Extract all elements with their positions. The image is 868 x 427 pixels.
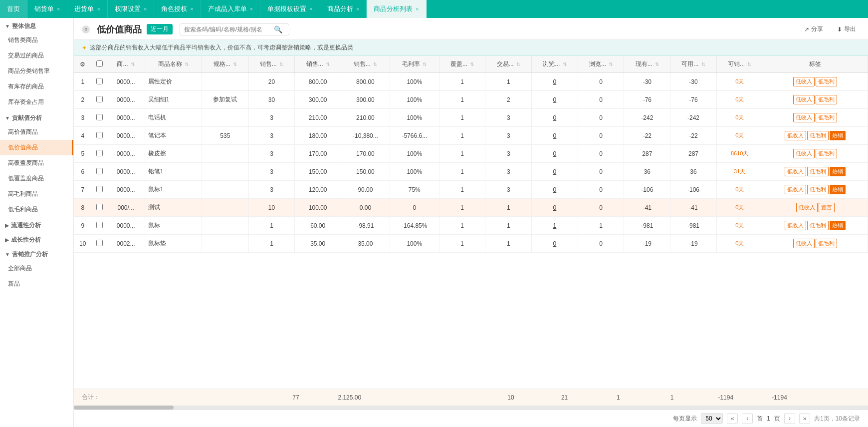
- nav-role-auth[interactable]: 角色授权 ×: [154, 0, 201, 18]
- cell-check[interactable]: [92, 73, 107, 91]
- cell-current: -41: [624, 199, 670, 217]
- sort-icon[interactable]: ⇅: [516, 61, 520, 67]
- cell-check[interactable]: [92, 199, 107, 217]
- cell-saleable: 0天: [716, 199, 763, 217]
- row-checkbox[interactable]: [96, 240, 103, 246]
- sort-icon[interactable]: ⇅: [185, 61, 189, 67]
- select-all-checkbox[interactable]: [96, 60, 103, 67]
- sidebar-item-high-margin[interactable]: 高毛利商品: [0, 186, 73, 202]
- th-settings[interactable]: ⚙: [74, 56, 92, 73]
- sidebar-group-growth[interactable]: ▶ 成长性分析: [0, 232, 73, 246]
- sort-icon[interactable]: ⇅: [609, 61, 613, 67]
- cell-check[interactable]: [92, 127, 107, 145]
- cell-sale-amt: 170.00: [341, 145, 390, 163]
- nav-goods-analysis[interactable]: 商品分析 ×: [320, 0, 367, 18]
- sort-icon[interactable]: ⇅: [279, 61, 283, 67]
- cell-trade: 3: [485, 109, 532, 127]
- period-badge[interactable]: 近一月: [147, 24, 173, 34]
- first-page-button[interactable]: «: [727, 413, 738, 424]
- sort-icon[interactable]: ⇅: [423, 61, 427, 67]
- sidebar-item-stock-capital[interactable]: 库存资金占用: [0, 94, 73, 110]
- th-spec: 规格... ⇅: [202, 56, 248, 73]
- row-checkbox[interactable]: [96, 150, 103, 156]
- sidebar-item-high-coverage[interactable]: 高覆盖度商品: [0, 155, 73, 171]
- last-page-button[interactable]: »: [799, 413, 810, 424]
- close-icon[interactable]: ×: [190, 6, 193, 12]
- cell-current: -76: [624, 91, 670, 109]
- sort-icon[interactable]: ⇅: [470, 61, 474, 67]
- sidebar-group-contribution[interactable]: ▼ 贡献值分析: [0, 110, 73, 124]
- sidebar: ▼ 整体信息 销售类商品 交易过的商品 商品分类销售率 有库存的商品 库存资金占…: [0, 18, 74, 427]
- cell-check[interactable]: [92, 181, 107, 199]
- row-checkbox[interactable]: [96, 222, 103, 228]
- cell-check[interactable]: [92, 217, 107, 235]
- sidebar-item-low-coverage[interactable]: 低覆盖度商品: [0, 171, 73, 186]
- cell-profit-rate: 100%: [390, 109, 439, 127]
- cell-check[interactable]: [92, 145, 107, 163]
- sidebar-item-all-goods[interactable]: 全部商品: [0, 261, 73, 276]
- nav-purchase-order[interactable]: 进货单 ×: [67, 0, 107, 18]
- sidebar-item-low-value[interactable]: 低价值商品: [0, 140, 73, 155]
- horizontal-scrollbar[interactable]: [74, 406, 868, 410]
- sort-icon[interactable]: ⇅: [131, 61, 135, 67]
- search-input[interactable]: [184, 26, 274, 33]
- cell-code: 0000...: [107, 73, 145, 91]
- nav-sales-order[interactable]: 销货单 ×: [27, 0, 67, 18]
- nav-doc-template[interactable]: 单据模板设置 ×: [260, 0, 320, 18]
- sort-icon[interactable]: ⇅: [233, 61, 237, 67]
- sort-icon[interactable]: ⇅: [655, 61, 659, 67]
- per-page-select[interactable]: 50: [701, 413, 723, 424]
- sidebar-group-marketing[interactable]: ▼ 营销推广分析: [0, 246, 73, 261]
- collapse-sidebar-button[interactable]: «: [82, 25, 90, 33]
- sidebar-item-category-rate[interactable]: 商品分类销售率: [0, 63, 73, 79]
- row-checkbox[interactable]: [96, 78, 103, 84]
- cell-saleable: 0天: [716, 217, 763, 235]
- close-icon[interactable]: ×: [309, 6, 312, 12]
- sidebar-item-traded-goods[interactable]: 交易过的商品: [0, 48, 73, 63]
- row-checkbox[interactable]: [96, 132, 103, 138]
- th-checkbox[interactable]: [92, 56, 107, 73]
- close-icon[interactable]: ×: [416, 6, 419, 12]
- settings-icon[interactable]: ⚙: [80, 61, 85, 68]
- share-button[interactable]: ↗ 分享: [800, 23, 827, 35]
- sidebar-item-new-goods[interactable]: 新品: [0, 276, 73, 292]
- nav-permissions[interactable]: 权限设置 ×: [108, 0, 154, 18]
- row-checkbox[interactable]: [96, 96, 103, 102]
- sort-icon[interactable]: ⇅: [326, 61, 330, 67]
- scrollbar-thumb[interactable]: [74, 406, 174, 410]
- export-button[interactable]: ⬇ 导出: [833, 23, 860, 35]
- close-icon[interactable]: ×: [144, 6, 147, 12]
- cell-check[interactable]: [92, 235, 107, 253]
- cell-check[interactable]: [92, 109, 107, 127]
- nav-product-storage[interactable]: 产成品入库单 ×: [201, 0, 260, 18]
- cell-code: 0000...: [107, 217, 145, 235]
- row-checkbox[interactable]: [96, 168, 103, 174]
- sidebar-group-liquidity[interactable]: ▶ 流通性分析: [0, 217, 73, 232]
- search-icon[interactable]: 🔍: [274, 25, 282, 33]
- sidebar-item-sales-goods[interactable]: 销售类商品: [0, 32, 73, 48]
- close-icon[interactable]: ×: [356, 6, 359, 12]
- close-icon[interactable]: ×: [57, 6, 60, 12]
- sort-icon[interactable]: ⇅: [373, 61, 377, 67]
- close-icon[interactable]: ×: [250, 6, 253, 12]
- row-checkbox[interactable]: [96, 204, 103, 210]
- tag-badge: 低收入: [785, 221, 806, 230]
- row-checkbox[interactable]: [96, 186, 103, 192]
- sort-icon[interactable]: ⇅: [701, 61, 705, 67]
- sort-icon[interactable]: ⇅: [747, 61, 751, 67]
- sidebar-item-high-value[interactable]: 高价值商品: [0, 124, 73, 140]
- prev-page-button[interactable]: ‹: [742, 413, 753, 424]
- cell-current: -19: [624, 235, 670, 253]
- sidebar-group-overall[interactable]: ▼ 整体信息: [0, 18, 73, 32]
- close-icon[interactable]: ×: [97, 6, 100, 12]
- sidebar-item-low-margin[interactable]: 低毛利商品: [0, 202, 73, 217]
- nav-goods-analysis-list[interactable]: 商品分析列表 ×: [367, 0, 426, 18]
- sort-icon[interactable]: ⇅: [563, 61, 567, 67]
- nav-home[interactable]: 首页: [0, 0, 27, 18]
- cell-check[interactable]: [92, 163, 107, 181]
- sidebar-item-stocked-goods[interactable]: 有库存的商品: [0, 79, 73, 94]
- row-checkbox[interactable]: [96, 114, 103, 120]
- next-page-button[interactable]: ›: [784, 413, 795, 424]
- tag-badge: 低收入: [793, 149, 815, 158]
- cell-check[interactable]: [92, 91, 107, 109]
